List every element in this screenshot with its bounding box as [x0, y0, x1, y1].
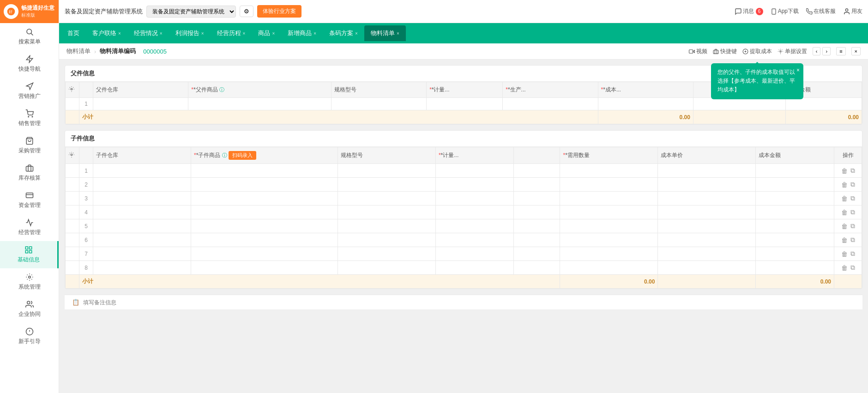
sidebar-item-sales[interactable]: 销售管理: [0, 105, 59, 132]
child-r2-warehouse[interactable]: [93, 178, 191, 192]
note-input[interactable]: [83, 299, 855, 306]
parent-row1-production[interactable]: [503, 98, 598, 110]
view-action[interactable]: 视频: [689, 48, 707, 55]
child-r5-qty[interactable]: [560, 219, 658, 233]
prev-btn[interactable]: ‹: [813, 47, 821, 55]
child-r5-warehouse[interactable]: [93, 219, 191, 233]
child-r2-delete-icon[interactable]: 🗑: [841, 181, 848, 188]
child-r7-unit[interactable]: [435, 247, 514, 261]
tab-home[interactable]: 首页: [61, 25, 86, 41]
parent-row1-unit[interactable]: [427, 98, 503, 110]
sidebar-item-quicknav[interactable]: 快捷导航: [0, 50, 59, 78]
tab-operation-history[interactable]: 经营历程 ×: [211, 25, 252, 41]
child-r5-unit[interactable]: [435, 219, 514, 233]
child-r1-unit[interactable]: [435, 164, 514, 178]
child-r4-product[interactable]: [191, 206, 338, 219]
child-r3-copy-icon[interactable]: ⧉: [850, 194, 855, 202]
single-settings-action[interactable]: 单据设置: [778, 48, 807, 55]
child-r3-unit-cost[interactable]: [658, 192, 756, 206]
tab-new-products[interactable]: 新增商品 ×: [281, 25, 323, 41]
child-r7-spec[interactable]: [338, 247, 435, 261]
tab-bom[interactable]: 物料清单 ×: [364, 25, 406, 41]
child-r3-product[interactable]: [191, 192, 338, 206]
child-r4-delete-icon[interactable]: 🗑: [841, 209, 848, 216]
tab-operations-status[interactable]: 经营情况 ×: [127, 25, 169, 41]
child-r1-delete-icon[interactable]: 🗑: [841, 167, 848, 175]
child-r8-delete-icon[interactable]: 🗑: [841, 264, 848, 272]
child-r2-qty[interactable]: [560, 178, 658, 192]
tab-close-operations-status[interactable]: ×: [160, 31, 163, 36]
online-service-link[interactable]: 在线客服: [806, 7, 836, 15]
messages-link[interactable]: 消息 6: [735, 7, 763, 15]
child-r3-spec[interactable]: [338, 192, 435, 206]
tab-products[interactable]: 商品 ×: [252, 25, 281, 41]
child-r6-spec[interactable]: [338, 233, 435, 247]
child-r1-qty[interactable]: [560, 164, 658, 178]
child-r7-qty[interactable]: [560, 247, 658, 261]
child-r3-delete-icon[interactable]: 🗑: [841, 195, 848, 202]
extract-cost-action[interactable]: 提取成本: [742, 48, 772, 55]
child-r5-spec[interactable]: [338, 219, 435, 233]
child-r2-copy-icon[interactable]: ⧉: [850, 181, 855, 188]
child-r7-copy-icon[interactable]: ⧉: [850, 250, 855, 258]
sidebar-item-system[interactable]: 系统管理: [0, 268, 59, 296]
child-r2-unit-cost[interactable]: [658, 178, 756, 192]
app-download-link[interactable]: App下载: [771, 7, 799, 15]
child-r1-copy-icon[interactable]: ⧉: [850, 167, 855, 175]
settings-button[interactable]: ⚙: [240, 6, 253, 17]
menu-btn[interactable]: ≡: [836, 47, 845, 55]
child-r2-unit[interactable]: [435, 178, 514, 192]
scan-btn[interactable]: 扫码录入: [229, 151, 256, 160]
breadcrumb-list[interactable]: 物料清单: [66, 47, 90, 55]
child-r6-copy-icon[interactable]: ⧉: [850, 236, 855, 244]
child-r6-delete-icon[interactable]: 🗑: [841, 236, 848, 244]
child-r8-copy-icon[interactable]: ⧉: [850, 264, 855, 272]
tab-close-operation-history[interactable]: ×: [243, 31, 246, 36]
child-r8-spec[interactable]: [338, 261, 435, 275]
parent-row1-product[interactable]: [188, 98, 332, 110]
tab-barcode[interactable]: 条码方案 ×: [323, 25, 364, 41]
sidebar-item-operations[interactable]: 经营管理: [0, 214, 59, 241]
child-r6-warehouse[interactable]: [93, 233, 191, 247]
sidebar-item-guide[interactable]: 新手引导: [0, 323, 59, 350]
child-r7-unit-cost[interactable]: [658, 247, 756, 261]
child-r6-product[interactable]: [191, 233, 338, 247]
child-r5-copy-icon[interactable]: ⧉: [850, 222, 855, 230]
child-r3-qty[interactable]: [560, 192, 658, 206]
child-r8-warehouse[interactable]: [93, 261, 191, 275]
tab-profit-report[interactable]: 利润报告 ×: [169, 25, 211, 41]
tab-close-barcode[interactable]: ×: [355, 31, 358, 36]
child-r3-unit[interactable]: [435, 192, 514, 206]
child-r4-unit[interactable]: [435, 206, 514, 219]
sidebar-item-enterprise[interactable]: 企业协同: [0, 296, 59, 323]
child-r6-qty[interactable]: [560, 233, 658, 247]
child-r7-warehouse[interactable]: [93, 247, 191, 261]
child-r4-unit-cost[interactable]: [658, 206, 756, 219]
sidebar-item-marketing[interactable]: 营销推广: [0, 78, 59, 105]
child-r1-warehouse[interactable]: [93, 164, 191, 178]
system-select[interactable]: 装备及固定资产辅助管理系统: [146, 6, 236, 18]
child-r8-qty[interactable]: [560, 261, 658, 275]
child-r1-product[interactable]: [191, 164, 338, 178]
child-r4-spec[interactable]: [338, 206, 435, 219]
sidebar-item-basic[interactable]: 基础信息: [0, 241, 59, 268]
experience-btn[interactable]: 体验行业方案: [257, 5, 301, 18]
child-r5-product[interactable]: [191, 219, 338, 233]
child-r3-warehouse[interactable]: [93, 192, 191, 206]
child-r6-unit-cost[interactable]: [658, 233, 756, 247]
child-r2-product[interactable]: [191, 178, 338, 192]
child-r4-copy-icon[interactable]: ⧉: [850, 208, 855, 216]
tab-close-new-products[interactable]: ×: [313, 31, 316, 36]
child-r8-product[interactable]: [191, 261, 338, 275]
next-btn[interactable]: ›: [822, 47, 831, 55]
close-form-btn[interactable]: ×: [851, 47, 861, 55]
tab-close-customers[interactable]: ×: [118, 31, 121, 36]
sidebar-item-purchase[interactable]: 采购管理: [0, 132, 59, 159]
child-r1-unit-cost[interactable]: [658, 164, 756, 178]
child-r2-spec[interactable]: [338, 178, 435, 192]
user-avatar[interactable]: 用友: [843, 7, 862, 15]
shortcut-action[interactable]: 快捷键: [713, 48, 737, 55]
child-r5-delete-icon[interactable]: 🗑: [841, 223, 848, 230]
tooltip-close[interactable]: ×: [796, 66, 800, 75]
child-r1-spec[interactable]: [338, 164, 435, 178]
